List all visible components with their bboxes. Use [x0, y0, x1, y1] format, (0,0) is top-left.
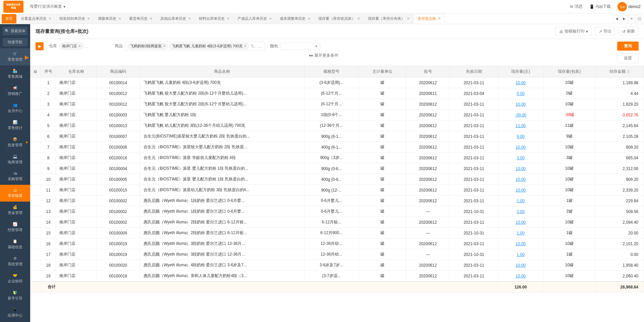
sidebar-item-retail-stats[interactable]: 📊 零售统计: [0, 117, 30, 134]
product-tag-2-close[interactable]: ✕: [244, 44, 247, 48]
row-stock-main[interactable]: 3.00: [498, 153, 543, 163]
row-batch: 20200612: [406, 238, 450, 249]
sidebar-item-appcenter[interactable]: 📱 应用中心: [0, 304, 30, 321]
app-icon: 📱: [589, 4, 594, 9]
row-stock-main[interactable]: 10.00: [498, 271, 543, 282]
tab-close-icon[interactable]: ✕: [407, 17, 410, 20]
row-stock-main[interactable]: 1.00: [498, 196, 543, 206]
top-right-actions: ✉ 消息 📱 App下载 Ea demo2: [570, 2, 641, 11]
row-num: 12: [41, 196, 56, 206]
tab-prev-btn[interactable]: ◀: [613, 15, 620, 23]
row-spec: (3-7岁适...: [304, 271, 359, 282]
message-btn[interactable]: ✉ 消息: [570, 4, 583, 9]
row-stock-main[interactable]: 10.00: [498, 238, 543, 249]
row-gear: [30, 142, 41, 153]
user-name[interactable]: demo2: [628, 4, 641, 9]
row-stock-main[interactable]: 10.00: [498, 99, 543, 110]
sidebar-item-purchase[interactable]: 🛍 采购管理: [0, 168, 30, 185]
row-stock-main[interactable]: 9.00: [498, 131, 543, 142]
tab-close-icon[interactable]: ✕: [438, 17, 441, 20]
row-stock-main[interactable]: 1.00: [498, 228, 543, 238]
color-select[interactable]: ▾: [280, 43, 320, 50]
row-stock-main[interactable]: 10.00: [498, 260, 543, 271]
tab-close-all-btn[interactable]: ✕: [628, 15, 635, 23]
tab-fenliangpandian[interactable]: 分量盘点单历史 ✕: [17, 14, 55, 23]
balance-info-icon[interactable]: ⓘ: [627, 70, 630, 73]
row-stock-main[interactable]: 2.00: [498, 206, 543, 217]
tab-qitachukudanls[interactable]: 其他出库单历史 ✕: [157, 14, 195, 23]
tab-xiancunliang-dist[interactable]: 现存量（库存分布表） ✕: [364, 14, 413, 23]
product-more-btn[interactable]: ...: [258, 44, 262, 49]
search-menu-btn[interactable]: 🔍 搜索菜单: [3, 27, 28, 35]
row-stock-main[interactable]: 10.00: [498, 142, 543, 153]
tab-cailiaochukudanls[interactable]: 材料出库单历史 ✕: [195, 14, 233, 23]
query-btn[interactable]: 查询: [617, 42, 639, 51]
row-stock-main[interactable]: 11.00: [498, 120, 543, 131]
tab-next-btn[interactable]: ▶: [621, 15, 628, 23]
sidebar-item-inventory[interactable]: 🗂 库存核算: [0, 185, 30, 202]
tab-close-icon[interactable]: ✕: [269, 17, 272, 20]
row-batch: 20200612: [406, 163, 450, 174]
row-stock-main[interactable]: 10.00: [498, 185, 543, 196]
industry-selector[interactable]: 母婴行业演示账套 ▾: [27, 2, 68, 11]
tab-close-icon[interactable]: ✕: [188, 17, 191, 20]
tab-xiancunliang-status[interactable]: 现存量（库存状况表） ✕: [315, 14, 364, 23]
row-stock-pkg: 10罐: [543, 174, 596, 185]
filter-expand-btn[interactable]: ▶: [36, 42, 44, 50]
row-stock-main[interactable]: 10.00: [498, 77, 543, 88]
row-product-code: 00100009: [96, 228, 140, 238]
warehouse-tag-close-icon[interactable]: ✕: [78, 44, 81, 48]
sidebar-item-newbie[interactable]: 🔰 新手引导: [0, 287, 30, 304]
row-stock-main[interactable]: 1.00: [498, 249, 543, 260]
sidebar-item-system[interactable]: ⚙ 系统管理: [0, 253, 30, 270]
tab-close-icon[interactable]: ✕: [357, 17, 360, 20]
tab-home[interactable]: 首页: [2, 14, 16, 23]
tab-close-icon[interactable]: ✕: [49, 17, 51, 20]
table-row: 8 南岸门店 00100016 合生元（BIOSTIME）派星 学龄前儿童配方奶…: [30, 153, 644, 163]
tab-chengbentiaozhengle[interactable]: 成本调整单历史 ✕: [276, 14, 314, 23]
refresh-btn[interactable]: ↺ 刷新: [619, 27, 639, 36]
tab-zuzhuangchaijie[interactable]: 组装拆卸单历史 ✕: [56, 14, 94, 23]
product-tag-container[interactable]: 飞鹤奶粉3段两提装 ✕ 飞鹤星飞帆 儿童奶粉 4段(3-6岁适用) 700克 ✕…: [125, 42, 265, 51]
tab-close-icon[interactable]: ✕: [150, 17, 152, 20]
row-stock-main[interactable]: 10.00: [498, 163, 543, 174]
tab-diaobodanls[interactable]: 调拨单历史 ✕: [94, 14, 125, 23]
product-tag-1-close[interactable]: ✕: [163, 44, 166, 48]
sidebar-item-retail-mgmt[interactable]: 🛒 零售管理 ▶: [0, 48, 30, 65]
row-stock-main[interactable]: 10.00: [498, 217, 543, 228]
tab-yaohuodanls[interactable]: 要货单历史 ✕: [125, 14, 156, 23]
sidebar-item-ecommerce[interactable]: 💻 电商管理: [0, 151, 30, 168]
sidebar-item-marketing[interactable]: 📢 营销推广: [0, 83, 30, 100]
quick-nav-label: 快捷导航: [8, 40, 22, 44]
row-unit: 罐: [359, 238, 406, 249]
tab-close-icon[interactable]: ✕: [308, 17, 310, 20]
warehouse-more-btn[interactable]: ...: [85, 44, 89, 49]
sidebar-item-business[interactable]: 📈 经营管理: [0, 219, 30, 236]
row-stock-main[interactable]: 10.00: [498, 174, 543, 185]
tab-maximize-btn[interactable]: ⬜: [636, 15, 642, 23]
row-product-name: 飞鹤星飞帆 幼儿配方奶粉 3段(12-36个月幼儿适用) 700克: [140, 120, 304, 131]
expand-more-btn[interactable]: ▾▾ 展开更多条件: [36, 51, 612, 60]
quick-nav-btn[interactable]: 快捷导航: [3, 38, 28, 46]
app-download-btn[interactable]: 📱 App下载: [589, 4, 611, 9]
sidebar-item-wholesale[interactable]: 📦 批发管理 ▼: [0, 134, 30, 151]
col-expdate: 失效日期: [450, 66, 498, 77]
row-stock-main[interactable]: -39.00: [498, 110, 543, 120]
tab-close-icon[interactable]: ✕: [118, 17, 121, 20]
tab-kucunpicizh[interactable]: 库存批次账 ✕: [414, 14, 444, 23]
tab-chanpinrukudanls[interactable]: 产成品入库单历史 ✕: [234, 14, 275, 23]
col-gear[interactable]: ⚙: [30, 66, 41, 77]
export-btn[interactable]: ↗ 导出: [595, 27, 615, 36]
sidebar-item-retail-mall[interactable]: 🏪 零售商城: [0, 65, 30, 83]
settings-btn[interactable]: 设置: [617, 53, 639, 63]
template-print-btn[interactable]: 🖨 按模板打印 ▾: [555, 27, 592, 36]
tab-close-icon[interactable]: ✕: [227, 17, 229, 20]
row-gear: [30, 196, 41, 206]
sidebar-item-basic-info[interactable]: 📋 基础信息: [0, 236, 30, 253]
sidebar-item-finance[interactable]: 💰 资金管理: [0, 202, 30, 219]
row-expdate: 2021-03-04: [450, 88, 498, 99]
row-stock-main[interactable]: 0.00: [498, 88, 543, 99]
sidebar-item-enterprise[interactable]: 🤝 企业协同: [0, 270, 30, 287]
sidebar-item-member[interactable]: 👥 会员中心: [0, 100, 30, 117]
tab-close-icon[interactable]: ✕: [87, 17, 90, 20]
